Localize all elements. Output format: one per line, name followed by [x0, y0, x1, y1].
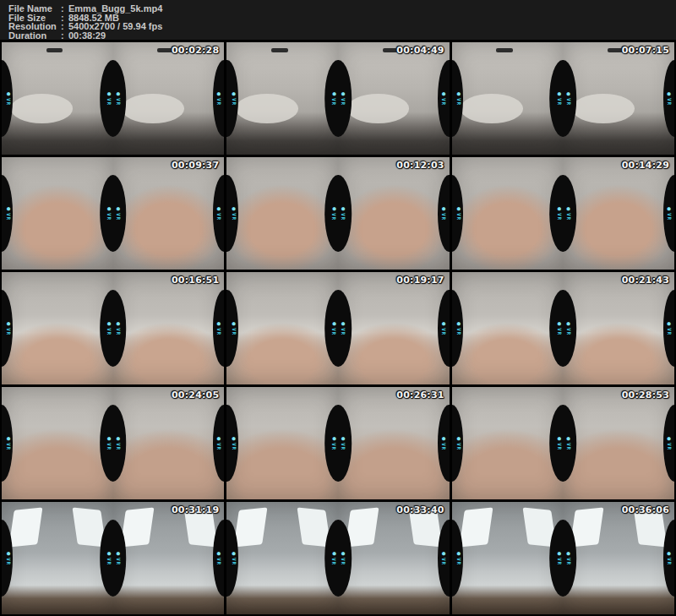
vr-logo-badge: ●VR●VR: [550, 290, 577, 366]
vr-logo-strip: ●VR: [114, 90, 121, 106]
vr-logo-strip: ●VR: [105, 205, 112, 221]
vr-logo-icon: ●: [666, 320, 673, 328]
vr-logo-strip: ●VR: [665, 90, 672, 106]
vr-logo-strip: ●VR: [230, 205, 237, 221]
vr-logo-text: VR: [456, 558, 462, 565]
video-thumbnail[interactable]: ●VR ●VR●VR ●VR 00:19:17: [226, 272, 449, 384]
vr-logo-icon: ●: [215, 90, 222, 98]
vr-logo-text: VR: [341, 328, 346, 335]
video-thumbnail[interactable]: ●VR ●VR●VR ●VR 00:04:49: [226, 42, 449, 155]
vr-logo-icon: ●: [556, 205, 563, 213]
video-thumbnail[interactable]: ●VR ●VR●VR ●VR 00:26:31: [226, 387, 449, 499]
video-thumbnail[interactable]: ●VR ●VR●VR ●VR 00:28:53: [452, 387, 674, 499]
vr-logo-text: VR: [341, 98, 346, 106]
video-thumbnail[interactable]: ●VR ●VR●VR ●VR 00:33:40: [226, 502, 449, 614]
duration-value: 00:38:29: [68, 31, 106, 41]
video-thumbnail[interactable]: ●VR ●VR●VR ●VR 00:14:29: [452, 157, 674, 270]
vr-logo-strip: ●VR: [339, 435, 346, 450]
vr-logo-text: VR: [331, 213, 337, 221]
timestamp-overlay: 00:28:53: [622, 390, 669, 401]
left-eye-view: [2, 272, 113, 384]
vr-logo-text: VR: [232, 558, 237, 565]
vr-logo-text: VR: [106, 98, 112, 106]
vr-logo-strip: ●VR: [439, 435, 446, 450]
vr-logo-text: VR: [667, 213, 673, 221]
video-thumbnail[interactable]: ●VR ●VR●VR ●VR 00:21:43: [452, 272, 674, 384]
vr-logo-icon: ●: [440, 550, 447, 558]
video-thumbnail[interactable]: ●VR ●VR●VR ●VR 00:16:51: [2, 272, 224, 384]
vr-logo-icon: ●: [556, 550, 563, 558]
vr-logo-strip: ●VR: [114, 205, 121, 221]
vr-logo-badge: ●VR●VR: [100, 405, 127, 481]
video-thumbnail[interactable]: ●VR ●VR●VR ●VR 00:36:06: [452, 502, 674, 614]
vr-logo-icon: ●: [231, 550, 237, 558]
vr-logo-strip: ●VR: [555, 205, 562, 221]
vr-logo-icon: ●: [115, 90, 122, 98]
vr-logo-text: VR: [566, 558, 572, 565]
right-eye-view: [113, 387, 225, 499]
vr-logo-strip: ●VR: [215, 320, 221, 335]
vr-logo-icon: ●: [5, 435, 12, 443]
left-eye-view: [452, 502, 564, 614]
video-thumbnail[interactable]: ●VR ●VR●VR ●VR 00:09:37: [2, 157, 224, 270]
vr-logo-text: VR: [216, 98, 222, 106]
vr-logo-badge: ●VR●VR: [324, 290, 352, 366]
resolution-value: 5400x2700 / 59.94 fps: [68, 22, 162, 31]
left-eye-view: [452, 157, 564, 270]
timestamp-overlay: 00:07:15: [622, 45, 669, 56]
right-eye-view: [563, 157, 674, 270]
vr-logo-text: VR: [106, 443, 112, 450]
video-thumbnail[interactable]: ●VR ●VR●VR ●VR 00:31:19: [2, 502, 224, 614]
right-eye-view: [338, 272, 450, 384]
vr-logo-icon: ●: [215, 205, 222, 213]
vr-logo-text: VR: [6, 98, 12, 106]
vr-logo-strip: ●VR: [665, 550, 672, 565]
left-eye-view: [226, 42, 338, 155]
vr-logo-text: VR: [557, 558, 563, 565]
vr-logo-strip: ●VR: [114, 435, 121, 450]
vr-logo-icon: ●: [340, 205, 346, 213]
video-thumbnail[interactable]: ●VR ●VR●VR ●VR 00:07:15: [452, 42, 674, 155]
vr-logo-strip: ●VR: [4, 320, 11, 335]
vr-logo-strip: ●VR: [455, 435, 461, 450]
vr-logo-strip: ●VR: [665, 320, 672, 335]
timestamp-overlay: 00:26:31: [396, 390, 444, 401]
vr-logo-strip: ●VR: [665, 435, 672, 450]
vr-logo-text: VR: [341, 558, 346, 565]
vr-logo-icon: ●: [666, 435, 673, 443]
vr-logo-badge: ●VR●VR: [100, 290, 127, 366]
vr-logo-strip: ●VR: [114, 550, 121, 565]
separator: :: [61, 4, 68, 14]
vr-logo-text: VR: [116, 98, 122, 106]
vr-logo-strip: ●VR: [215, 205, 221, 221]
left-eye-view: [2, 42, 113, 155]
vr-logo-text: VR: [232, 443, 237, 450]
vr-logo-badge: ●VR●VR: [324, 175, 352, 251]
video-thumbnail[interactable]: ●VR ●VR●VR ●VR 00:02:28: [2, 42, 224, 155]
vr-logo-icon: ●: [106, 320, 112, 328]
right-eye-view: [563, 42, 674, 155]
video-thumbnail[interactable]: ●VR ●VR●VR ●VR 00:12:03: [226, 157, 449, 270]
vr-logo-text: VR: [116, 328, 122, 335]
vr-logo-text: VR: [456, 213, 462, 221]
timestamp-overlay: 00:19:17: [396, 275, 444, 286]
vr-logo-text: VR: [216, 213, 222, 221]
vr-logo-badge: ●VR●VR: [550, 520, 577, 596]
vr-logo-strip: ●VR: [105, 90, 112, 106]
timestamp-overlay: 00:21:43: [622, 275, 669, 286]
vr-logo-strip: ●VR: [330, 90, 337, 106]
vr-logo-icon: ●: [440, 90, 447, 98]
vr-logo-text: VR: [106, 328, 112, 335]
vr-logo-strip: ●VR: [4, 550, 11, 565]
vr-logo-icon: ●: [440, 435, 447, 443]
vr-logo-strip: ●VR: [339, 205, 346, 221]
vr-logo-strip: ●VR: [105, 550, 112, 565]
right-eye-view: [338, 42, 450, 155]
vr-logo-icon: ●: [556, 90, 563, 98]
vr-logo-text: VR: [106, 213, 112, 221]
vr-logo-icon: ●: [215, 320, 222, 328]
timestamp-overlay: 00:14:29: [622, 160, 669, 171]
vr-logo-strip: ●VR: [4, 90, 11, 106]
vr-logo-strip: ●VR: [555, 435, 562, 450]
video-thumbnail[interactable]: ●VR ●VR●VR ●VR 00:24:05: [2, 387, 224, 499]
